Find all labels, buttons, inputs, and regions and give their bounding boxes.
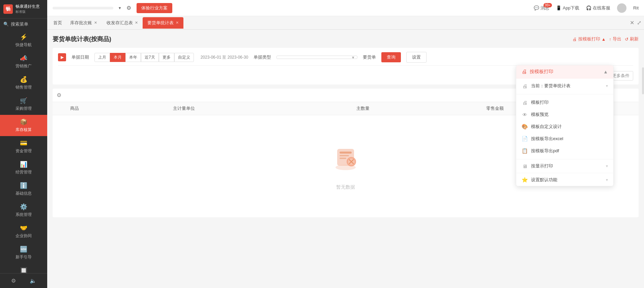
sidebar-item-basic[interactable]: ℹ️ 基础信息 xyxy=(0,179,47,200)
sidebar-item-quick-nav[interactable]: ⚡ 快捷导航 xyxy=(0,30,47,51)
date-this-year[interactable]: 本年 xyxy=(125,53,141,62)
dropdown-close-icon[interactable]: ▲ xyxy=(603,69,608,74)
table-column-settings-icon[interactable]: ⚙ xyxy=(57,92,61,98)
date-custom[interactable]: 自定义 xyxy=(174,53,194,62)
print-label: 按模板打印 xyxy=(578,36,600,42)
trial-button[interactable]: 体验行业方案 xyxy=(137,3,172,13)
volume-icon[interactable]: 🔈 xyxy=(30,278,36,284)
col-qty: 主数量 xyxy=(352,102,482,115)
sidebar-search-label: 搜索菜单 xyxy=(11,21,28,27)
display-print-label: 按显示打印 xyxy=(531,163,603,169)
topbar-gear-icon[interactable]: ⚙ xyxy=(126,5,131,11)
dropdown-section: 🖨 当前：要货单统计表 ▾ xyxy=(516,78,613,93)
maximize-icon[interactable]: ⤢ xyxy=(637,20,641,26)
close-order-stats-icon[interactable]: ✕ xyxy=(176,21,179,25)
app-download-btn[interactable]: 📱 App下载 xyxy=(556,5,579,11)
col-settings xyxy=(53,102,66,115)
default-func-arrow: ▾ xyxy=(606,178,608,182)
order-stats-tab-label: 要货单统计表 xyxy=(147,20,174,26)
type-select[interactable]: ▾ xyxy=(276,56,357,59)
dropdown-template-preview[interactable]: 👁 模板预览 xyxy=(516,108,613,121)
settings-button[interactable]: 设置 xyxy=(406,52,427,63)
sidebar-item-operations[interactable]: 📊 经营管理 xyxy=(0,157,47,179)
message-icon: 💬 xyxy=(534,5,539,10)
sidebar-item-label-finance: 资金管理 xyxy=(16,148,32,154)
default-func-icon: ⭐ xyxy=(522,177,528,183)
page-title: 要货单统计表(按商品) xyxy=(53,35,111,43)
svg-rect-3 xyxy=(340,155,349,156)
display-print-arrow: ▾ xyxy=(606,164,608,168)
sidebar-nav: ⚡ 快捷导航 📣 营销推广 💰 销售管理 🛒 采购管理 📦 库存核算 💳 资金管… xyxy=(0,30,47,273)
sidebar-item-label-guide: 新手引导 xyxy=(16,254,32,260)
minimize-icon[interactable]: ✕ xyxy=(630,20,634,26)
sidebar-item-marketing[interactable]: 📣 营销推广 xyxy=(0,51,47,72)
sidebar-item-enterprise[interactable]: 🤝 企业协同 xyxy=(0,221,47,242)
sidebar-item-label-system: 系统管理 xyxy=(16,212,32,218)
default-func-label: 设置默认功能 xyxy=(531,177,603,183)
export-button[interactable]: ↑ 导出 xyxy=(609,36,622,42)
dropdown-template-excel[interactable]: 📄 按模板导出excel xyxy=(516,133,613,145)
sidebar-item-purchase[interactable]: 🛒 采购管理 xyxy=(0,94,47,115)
topbar-right: 💬 消息 99+ 📱 App下载 🎧 在线客服 Rit xyxy=(534,3,639,13)
tab-order-stats[interactable]: 要货单统计表 ✕ xyxy=(143,17,183,29)
svg-rect-4 xyxy=(340,158,346,159)
dropdown-default-func[interactable]: ⭐ 设置默认功能 ▾ xyxy=(516,174,613,186)
dropdown-header-left: 🖨 按模板打印 xyxy=(522,69,553,75)
sidebar-item-finance[interactable]: 💳 资金管理 xyxy=(0,136,47,157)
template-print-label: 模板打印 xyxy=(531,99,608,105)
dropdown-current-template[interactable]: 🖨 当前：要货单统计表 ▾ xyxy=(516,80,613,92)
tab-receipt-summary[interactable]: 收发存汇总表 ✕ xyxy=(102,17,143,29)
sidebar-item-appstore[interactable]: 🔲 应用中心 xyxy=(0,263,47,273)
date-more[interactable]: 更多 xyxy=(159,53,174,62)
filter-expand-icon[interactable]: ▶ xyxy=(58,53,66,61)
basic-icon: ℹ️ xyxy=(20,182,27,189)
export-label: 导出 xyxy=(613,36,621,42)
sidebar-item-label-purchase: 采购管理 xyxy=(16,106,32,111)
printer-icon: 🖨 xyxy=(573,37,577,42)
tabbar: 首页 库存批次账 ✕ 收发存汇总表 ✕ 要货单统计表 ✕ ✕ ⤢ xyxy=(47,16,644,30)
guide-icon: 🆕 xyxy=(20,246,27,253)
main-area: ▾ ⚙ 体验行业方案 💬 消息 99+ 📱 App下载 🎧 在线客服 Rit 首… xyxy=(47,0,644,288)
resize-handle[interactable] xyxy=(642,67,644,94)
date-last-7[interactable]: 近7天 xyxy=(141,53,159,62)
sidebar-item-sales[interactable]: 💰 销售管理 xyxy=(0,72,47,94)
print-dropdown-menu: 🖨 按模板打印 ▲ 🖨 当前：要货单统计表 ▾ 🖨 模板打印 👁 模板预览 xyxy=(516,65,614,186)
tab-home[interactable]: 首页 xyxy=(50,17,65,29)
sidebar-item-inventory[interactable]: 📦 库存核算 xyxy=(0,115,47,136)
close-inventory-batch-icon[interactable]: ✕ xyxy=(94,21,97,25)
sidebar-item-label-marketing: 营销推广 xyxy=(16,63,32,69)
dropdown-display-print[interactable]: 🖥 按显示打印 ▾ xyxy=(516,160,613,172)
dropdown-template-design[interactable]: 🎨 模板自定义设计 xyxy=(516,121,613,133)
svg-rect-2 xyxy=(340,152,352,154)
user-avatar[interactable] xyxy=(617,3,626,13)
date-filter-label: 单据日期 xyxy=(71,54,89,60)
sidebar-search[interactable]: 🔍 搜索菜单 xyxy=(0,19,47,30)
tab-inventory-batch[interactable]: 库存批次账 ✕ xyxy=(65,17,102,29)
sales-icon: 💰 xyxy=(20,76,27,83)
template-pdf-icon: 📋 xyxy=(522,148,528,154)
online-service-btn[interactable]: 🎧 在线客服 xyxy=(586,5,610,11)
print-arrow-icon: ▲ xyxy=(602,37,606,42)
date-last-month[interactable]: 上月 xyxy=(94,53,110,62)
enterprise-icon: 🤝 xyxy=(20,224,27,232)
template-excel-label: 按模板导出excel xyxy=(531,136,608,142)
template-print-icon: 🖨 xyxy=(522,100,528,105)
marketing-icon: 📣 xyxy=(20,55,27,62)
date-this-month[interactable]: 本月 xyxy=(110,53,125,62)
topbar-dropdown-arrow[interactable]: ▾ xyxy=(119,5,121,10)
refresh-button[interactable]: ↺ 刷新 xyxy=(625,36,639,42)
sidebar-item-guide[interactable]: 🆕 新手引导 xyxy=(0,242,47,263)
type-filter-label: 单据类型 xyxy=(254,54,271,60)
window-controls: ✕ ⤢ xyxy=(630,20,641,26)
dropdown-template-print[interactable]: 🖨 模板打印 xyxy=(516,96,613,108)
print-template-button[interactable]: 🖨 按模板打印 ▲ xyxy=(573,36,606,42)
username-label: Rit xyxy=(633,5,639,10)
sidebar-item-system[interactable]: ⚙️ 系统管理 xyxy=(0,200,47,221)
goods-filter-label: 要货单 xyxy=(363,54,376,60)
message-btn[interactable]: 💬 消息 99+ xyxy=(534,5,549,11)
display-print-icon: 🖥 xyxy=(522,163,528,169)
dropdown-template-pdf[interactable]: 📋 按模板导出pdf xyxy=(516,145,613,157)
query-button[interactable]: 查询 xyxy=(381,52,401,62)
settings-icon[interactable]: ⚙ xyxy=(11,278,16,284)
close-receipt-summary-icon[interactable]: ✕ xyxy=(135,21,138,25)
